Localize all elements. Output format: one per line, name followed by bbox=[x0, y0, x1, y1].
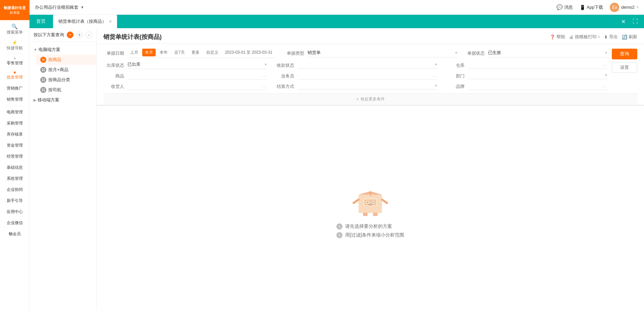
category-icon bbox=[40, 77, 46, 83]
collapse-filters-btn[interactable]: ∧ 收起更多条件 bbox=[103, 93, 637, 105]
pc-label: 电脑端方案 bbox=[39, 47, 60, 53]
goods-scheme-label: 按商品 bbox=[48, 57, 61, 63]
sidebar-quick-nav[interactable]: ⚡ 快捷导航 bbox=[0, 38, 29, 53]
export-link[interactable]: ⬆ 导出 bbox=[604, 34, 618, 40]
doctype-control[interactable]: 销货单 ▾ bbox=[308, 50, 457, 57]
salesman-control[interactable]: … bbox=[298, 72, 437, 80]
sidebar-item-operation[interactable]: 经营管理 bbox=[0, 151, 29, 162]
panel-icons: + « bbox=[67, 32, 92, 38]
outstatus-control[interactable]: 已出库 ▾ bbox=[127, 61, 267, 69]
left-panel: 按以下方案查询 + « ▼ 电脑端方案 按 bbox=[30, 28, 97, 310]
sidebar-item-ecommerce[interactable]: 电商管理 bbox=[0, 107, 29, 118]
topbar-left: 办公用品行业模拟账套 ▾ bbox=[35, 4, 84, 10]
message-btn[interactable]: 💬 消息 bbox=[556, 4, 573, 10]
guide-label: 新手引导 bbox=[7, 198, 23, 204]
sidebar-item-finance[interactable]: 资金管理 bbox=[0, 140, 29, 151]
outstatus-value: 已出库 bbox=[127, 61, 265, 67]
user-menu[interactable]: Ea demo2 ▾ bbox=[610, 3, 639, 12]
export-icon: ⬆ bbox=[604, 35, 608, 40]
purchase-label: 采购管理 bbox=[7, 120, 23, 126]
date-custom[interactable]: 自定义 bbox=[204, 49, 221, 56]
date-last-month[interactable]: 上月 bbox=[127, 49, 141, 56]
empty-hints: ① 请先选择要分析的方案 ② 用[过滤]条件来缩小分析范围 bbox=[336, 223, 404, 238]
svg-rect-2 bbox=[44, 68, 45, 69]
docstatus-arrow: ▾ bbox=[605, 50, 607, 55]
warehouse-dots[interactable]: … bbox=[602, 62, 607, 67]
salesman-dots[interactable]: … bbox=[432, 72, 437, 78]
sidebar-item-member[interactable]: 畅会员 bbox=[0, 228, 29, 240]
receiver-control[interactable]: … bbox=[127, 83, 267, 90]
filter-docstatus-cell: 单据状态 已生效 ▾ bbox=[464, 49, 637, 58]
date-this-year[interactable]: 本年 bbox=[157, 49, 170, 56]
date-this-month[interactable]: 本月 bbox=[142, 49, 156, 56]
sidebar-item-purchase[interactable]: 采购管理 bbox=[0, 118, 29, 129]
goods-control[interactable]: … bbox=[127, 72, 267, 80]
tab-active[interactable]: 销货单统计表（按商品） × bbox=[53, 15, 117, 28]
wholesale-label: 批发管理 bbox=[7, 74, 23, 80]
date-filter-label: 单据日期 bbox=[103, 50, 127, 56]
wechat-label: 企业微信 bbox=[7, 220, 23, 226]
tab-maximize[interactable]: ⛶ bbox=[631, 17, 640, 26]
sidebar-item-cooperation[interactable]: 企业协同 bbox=[0, 184, 29, 195]
tab-close-window[interactable]: ✕ bbox=[619, 17, 628, 26]
svg-point-21 bbox=[372, 202, 374, 203]
scheme-by-month-goods[interactable]: 按月+商品 bbox=[36, 65, 96, 75]
docstatus-control[interactable]: 已生效 ▾ bbox=[488, 50, 607, 57]
filter-date-cell: 单据日期 上月 本月 本年 近7天 更多 自定义 2023-03-01 至 20… bbox=[103, 49, 277, 58]
warehouse-control[interactable]: … bbox=[468, 62, 607, 69]
settle-control[interactable]: ▾ bbox=[298, 83, 437, 90]
app-download-btn[interactable]: 📱 App下载 bbox=[580, 4, 603, 10]
filter-results: 销货单统计表(按商品) ❓ 帮助 🖨 按模板打印 ▾ ⬆ 导出 bbox=[97, 28, 644, 310]
receiver-dots[interactable]: … bbox=[262, 83, 267, 88]
member-label: 畅会员 bbox=[9, 231, 21, 237]
svg-rect-8 bbox=[44, 80, 45, 81]
date-7days[interactable]: 近7天 bbox=[172, 49, 187, 56]
pc-arrow-icon: ▼ bbox=[34, 48, 37, 52]
print-link[interactable]: 🖨 按模板打印 ▾ bbox=[569, 34, 600, 40]
tree-mobile-section[interactable]: ▶ 移动端方案 bbox=[30, 95, 96, 105]
settings-scheme-btn[interactable] bbox=[76, 32, 83, 38]
sidebar-item-wechat[interactable]: 企业微信 bbox=[0, 217, 29, 228]
brand-dots[interactable]: … bbox=[602, 83, 607, 88]
warehouse-label: 仓库 bbox=[444, 62, 468, 68]
collapse-panel-btn[interactable]: « bbox=[86, 32, 92, 38]
query-button[interactable]: 查询 bbox=[612, 49, 637, 59]
tab-close-btn[interactable]: × bbox=[109, 19, 112, 24]
sidebar-item-retail[interactable]: 零售管理 bbox=[0, 55, 29, 69]
sidebar-item-marketing[interactable]: 营销推广 bbox=[0, 83, 29, 94]
sidebar-item-basic[interactable]: 基础信息 bbox=[0, 162, 29, 173]
dept-control[interactable]: ▾ bbox=[468, 73, 607, 79]
user-dropdown-icon: ▾ bbox=[637, 5, 639, 9]
scheme-by-goods[interactable]: 按 按商品 bbox=[36, 55, 96, 65]
goods-dots[interactable]: … bbox=[262, 72, 267, 78]
panel-header: 按以下方案查询 + « bbox=[30, 28, 96, 42]
scheme-by-category[interactable]: 按商品分类 bbox=[36, 75, 96, 85]
svg-rect-25 bbox=[373, 213, 378, 216]
app-download-label: App下载 bbox=[587, 4, 603, 10]
settings-button[interactable]: 设置 bbox=[612, 62, 637, 73]
page-title: 销货单统计表(按商品) bbox=[103, 33, 162, 41]
app-icon: 📱 bbox=[580, 5, 585, 10]
sidebar-item-guide[interactable]: 新手引导 bbox=[0, 195, 29, 206]
date-more[interactable]: 更多 bbox=[189, 49, 202, 56]
refresh-link[interactable]: 🔄 刷新 bbox=[622, 34, 637, 40]
export-label: 导出 bbox=[609, 34, 618, 40]
sidebar-item-appcenter[interactable]: 应用中心 bbox=[0, 206, 29, 217]
sidebar-item-inventory[interactable]: 库存核算 bbox=[0, 129, 29, 140]
payment-control[interactable]: ▾ bbox=[298, 62, 437, 68]
sidebar-item-sales[interactable]: 销售管理 bbox=[0, 94, 29, 105]
tree-pc-section[interactable]: ▼ 电脑端方案 bbox=[30, 45, 96, 55]
sidebar-search[interactable]: 🔍 搜索菜单 bbox=[0, 20, 29, 38]
filter-salesman-cell: 业务员 … bbox=[273, 72, 437, 80]
help-link[interactable]: ❓ 帮助 bbox=[550, 34, 565, 40]
add-scheme-btn[interactable]: + bbox=[67, 32, 73, 38]
month-goods-icon bbox=[40, 67, 46, 73]
scheme-by-driver[interactable]: 按司机 bbox=[36, 85, 96, 95]
industry-dropdown[interactable]: ▾ bbox=[81, 5, 84, 10]
sidebar-item-system[interactable]: 系统管理 bbox=[0, 173, 29, 184]
sidebar-item-wholesale[interactable]: 批发管理 bbox=[0, 69, 29, 83]
brand-control[interactable]: … bbox=[468, 83, 607, 90]
tab-home[interactable]: 首页 bbox=[30, 15, 52, 28]
svg-rect-3 bbox=[42, 70, 43, 71]
tabbar: 首页 销货单统计表（按商品） × ✕ ⛶ bbox=[30, 15, 644, 28]
